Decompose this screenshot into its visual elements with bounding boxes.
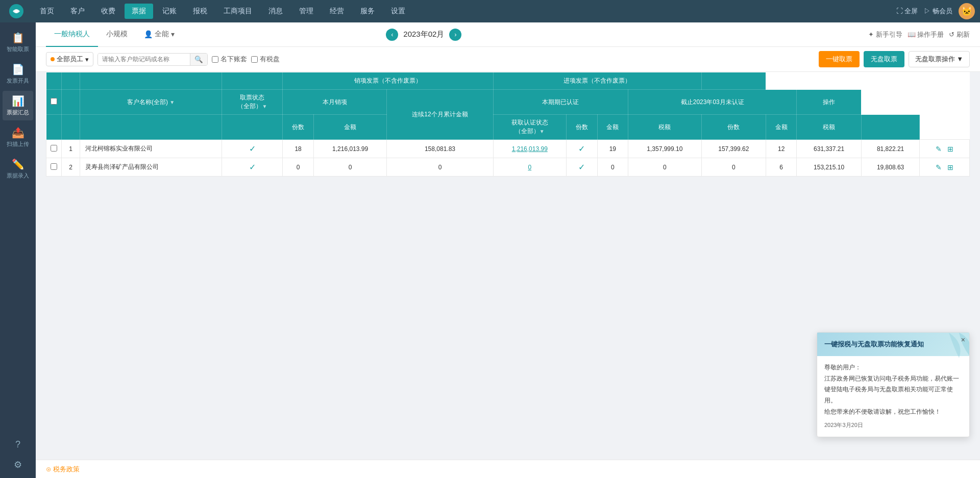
row2-cert-amount: 0 bbox=[628, 158, 702, 177]
nav-customer[interactable]: 客户 bbox=[63, 4, 92, 19]
th-seq2 bbox=[62, 115, 80, 140]
status-check-icon: ✓ bbox=[249, 163, 256, 171]
search-button[interactable]: 🔍 bbox=[190, 54, 207, 65]
edit-icon[interactable]: ✎ bbox=[936, 145, 942, 153]
search-input[interactable] bbox=[98, 54, 190, 65]
th-checkbox-col bbox=[46, 72, 62, 90]
edit-icon2[interactable]: ✎ bbox=[936, 163, 942, 171]
th-company-name[interactable]: 客户名称(全部) ▼ bbox=[80, 90, 222, 115]
row2-sales-qty: 0 bbox=[283, 158, 313, 177]
sidebar-item-invoice-entry[interactable]: ✏️ 票据录入 bbox=[3, 154, 33, 184]
nav-service[interactable]: 服务 bbox=[353, 4, 382, 19]
th-company2 bbox=[80, 115, 222, 140]
sidebar-item-invoice-summary[interactable]: 📊 票据汇总 bbox=[3, 91, 33, 120]
row1-company: 河北柯镕栎实业有限公司 bbox=[80, 140, 222, 158]
tax-policy-link[interactable]: ⊙ 税务政策 bbox=[46, 465, 80, 474]
user-avatar[interactable]: 🐱 bbox=[959, 3, 975, 19]
sidebar-help-btn[interactable]: ? bbox=[10, 436, 26, 452]
cumulative-link[interactable]: 0 bbox=[528, 164, 531, 171]
row2-no: 2 bbox=[62, 158, 80, 177]
row1-sales-amount: 1,216,013.99 bbox=[313, 140, 387, 158]
nav-settings[interactable]: 设置 bbox=[384, 4, 412, 19]
tab-small-scale[interactable]: 小规模 bbox=[98, 22, 136, 47]
nav-invoice[interactable]: 票据 bbox=[125, 4, 153, 19]
invoice-table: 销项发票（不含作废票） 进项发票（不含作废票） 客户名称(全部) ▼ 取票状态（… bbox=[46, 72, 970, 177]
view-icon2[interactable]: ⊞ bbox=[947, 163, 953, 171]
row1-ops: ✎ ⊞ bbox=[920, 140, 970, 158]
checkbox-tax-disk[interactable]: 有税盘 bbox=[251, 55, 280, 64]
nav-operation[interactable]: 经营 bbox=[323, 4, 351, 19]
chevron-down-icon: ▾ bbox=[85, 56, 89, 63]
nav-items: 首页 客户 收费 票据 记账 报税 工商项目 消息 管理 经营 服务 设置 bbox=[33, 4, 896, 19]
select-all-checkbox[interactable] bbox=[51, 98, 57, 105]
beginner-guide-btn[interactable]: ✦ 新手引导 bbox=[868, 30, 902, 39]
nav-home[interactable]: 首页 bbox=[33, 4, 61, 19]
row1-cert-tax: 157,399.62 bbox=[701, 140, 766, 158]
prev-month-btn[interactable]: ‹ bbox=[386, 29, 398, 41]
th-cert-amount: 金额 bbox=[597, 115, 628, 140]
toolbar-right: 一键取票 无盘取票 无盘取票操作 ▼ bbox=[819, 51, 970, 67]
th-no-col bbox=[62, 72, 80, 90]
top-nav: 首页 客户 收费 票据 记账 报税 工商项目 消息 管理 经营 服务 设置 ⛶ … bbox=[0, 0, 980, 22]
th-uncert-tax: 税额 bbox=[797, 115, 861, 140]
one-click-ticket-btn[interactable]: 一键取票 bbox=[819, 51, 860, 67]
th-ticket-status[interactable]: 取票状态（全部）▼ bbox=[222, 90, 283, 115]
row1-uncert-amount: 631,337.21 bbox=[797, 140, 861, 158]
notif-body: 尊敬的用户： 江苏政务网已恢复访问电子税务局功能，易代账一键登陆电子税务局与无盘… bbox=[817, 356, 969, 437]
manual-btn[interactable]: 📖 操作手册 bbox=[908, 30, 944, 39]
open-invoice-icon: 📄 bbox=[12, 63, 24, 76]
th-status-group bbox=[222, 72, 283, 90]
sidebar-item-open-invoice[interactable]: 📄 发票开具 bbox=[3, 59, 33, 89]
tax-disk-checkbox[interactable] bbox=[251, 56, 258, 63]
next-month-btn[interactable]: › bbox=[449, 29, 461, 41]
nav-tax[interactable]: 报税 bbox=[186, 4, 214, 19]
notif-close-btn[interactable]: × bbox=[961, 336, 965, 344]
fullscreen-btn[interactable]: ⛶ 全屏 bbox=[896, 7, 918, 16]
row2-check[interactable] bbox=[46, 158, 62, 177]
th-uncert-amount: 金额 bbox=[766, 115, 796, 140]
tab-omnipotent[interactable]: 👤 全能 ▾ bbox=[136, 22, 183, 47]
member-btn[interactable]: ▷ 畅会员 bbox=[924, 7, 952, 16]
nav-billing[interactable]: 收费 bbox=[94, 4, 122, 19]
th-purchase-invoice-group: 进项发票（不含作废票） bbox=[493, 72, 701, 90]
no-disk-ops-btn[interactable]: 无盘取票操作 ▼ bbox=[909, 51, 970, 67]
row1-cumulative: 1,216,013.99 bbox=[493, 140, 567, 158]
row2-uncert-qty: 6 bbox=[766, 158, 796, 177]
nav-business[interactable]: 工商项目 bbox=[216, 4, 259, 19]
th-ops: 操作 bbox=[797, 90, 861, 115]
status-check-icon: ✓ bbox=[249, 144, 256, 153]
th-ops-group bbox=[701, 72, 766, 90]
invoice-entry-icon: ✏️ bbox=[12, 158, 24, 170]
nav-manage[interactable]: 管理 bbox=[292, 4, 321, 19]
row1-cert-status: ✓ bbox=[567, 140, 597, 158]
top-nav-right: ⛶ 全屏 ▷ 畅会员 🐱 bbox=[896, 3, 975, 19]
scan-upload-icon: 📤 bbox=[12, 127, 24, 139]
refresh-btn[interactable]: ↺ 刷新 bbox=[949, 30, 970, 39]
employee-select[interactable]: 全部员工 ▾ bbox=[46, 52, 93, 66]
cumulative-link[interactable]: 1,216,013.99 bbox=[512, 145, 548, 153]
table-row: 1 河北柯镕栎实业有限公司 ✓ 18 1,216,013.99 158,081.… bbox=[46, 140, 970, 158]
row2-cumulative: 0 bbox=[493, 158, 567, 177]
th-cert-qty: 份数 bbox=[567, 115, 597, 140]
th-sales-qty: 份数 bbox=[283, 115, 313, 140]
chevron-down-icon: ▾ bbox=[171, 30, 175, 38]
checkbox-subledger[interactable]: 名下账套 bbox=[212, 55, 247, 64]
search-wrap: 🔍 bbox=[97, 53, 208, 66]
tab-general-taxpayer[interactable]: 一般纳税人 bbox=[46, 22, 98, 47]
svg-point-1 bbox=[15, 10, 18, 13]
cert-status-icon: ✓ bbox=[578, 144, 585, 153]
row2-company: 灵寿县尚泽矿产品有限公司 bbox=[80, 158, 222, 177]
subledger-checkbox[interactable] bbox=[212, 56, 218, 63]
nav-accounting[interactable]: 记账 bbox=[155, 4, 184, 19]
sidebar-settings-btn[interactable]: ⚙ bbox=[10, 457, 26, 473]
th-cert-status[interactable]: 获取认证状态（全部）▼ bbox=[493, 115, 567, 140]
no-disk-ticket-btn[interactable]: 无盘取票 bbox=[864, 51, 904, 67]
nav-message[interactable]: 消息 bbox=[261, 4, 290, 19]
view-icon[interactable]: ⊞ bbox=[947, 145, 953, 153]
row1-sales-qty: 18 bbox=[283, 140, 313, 158]
sidebar-item-scan-upload[interactable]: 📤 扫描上传 bbox=[3, 122, 33, 152]
row1-cert-qty: 19 bbox=[597, 140, 628, 158]
th-check bbox=[46, 90, 62, 115]
row1-check[interactable] bbox=[46, 140, 62, 158]
sidebar-item-smart-ticket[interactable]: 📋 智能取票 bbox=[3, 28, 33, 57]
